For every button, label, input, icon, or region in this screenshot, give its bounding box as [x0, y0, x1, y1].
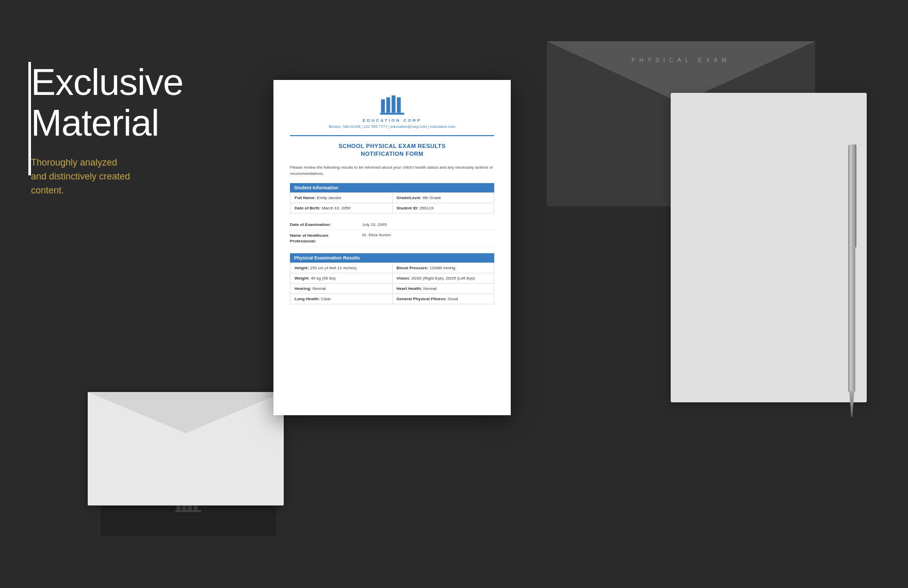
svg-rect-9: [380, 113, 404, 115]
company-name: EDUCATION CORP: [290, 118, 494, 123]
main-title: Exclusive Material: [31, 62, 227, 143]
physical-results-table: Height: 150 cm (4 feet 11 inches) Blood …: [290, 263, 494, 304]
left-panel: Exclusive Material Thoroughly analyzedan…: [31, 62, 227, 198]
table-row: Weight: 45 kg (99 lbs) Vision: 20/20 (Ri…: [290, 273, 494, 284]
exam-date-value: July 20, 2065: [362, 222, 387, 227]
exam-info: Date of Examination: July 20, 2065 Name …: [290, 220, 494, 247]
exam-date-label: Date of Examination:: [290, 222, 362, 227]
svg-rect-8: [397, 97, 400, 113]
pen-body: [848, 144, 855, 392]
table-row: Lung Health: Clear General Physical Fitn…: [290, 294, 494, 304]
student-section-header: Student Information: [290, 183, 494, 192]
table-row: Full Name: Emily Jacobs Grade/Level: 6th…: [290, 192, 494, 203]
svg-rect-7: [392, 95, 395, 113]
envelope-back-label: PHYSICAL EXAM: [547, 57, 815, 63]
header-divider: [290, 135, 494, 136]
pen-tip: [849, 391, 854, 417]
exam-date-row: Date of Examination: July 20, 2065: [290, 220, 494, 230]
table-row: Date of Birth: March 10, 2050 Student ID…: [290, 203, 494, 213]
healthcare-value: Dr. Eliza Norton: [362, 233, 391, 244]
table-row: Hearing: Normal Heart Health: Normal: [290, 284, 494, 294]
table-row: Height: 150 cm (4 feet 11 inches) Blood …: [290, 263, 494, 273]
main-document: EDUCATION CORP Boston, MA 02108 | 222 55…: [273, 80, 511, 415]
subtitle-text: Thoroughly analyzedand distinctively cre…: [31, 156, 227, 198]
healthcare-label: Name of HealthcareProfessional:: [290, 233, 362, 244]
svg-rect-5: [381, 99, 385, 112]
svg-rect-4: [175, 510, 201, 512]
student-info-table: Full Name: Emily Jacobs Grade/Level: 6th…: [290, 192, 494, 214]
document-intro: Please review the following results to b…: [290, 165, 494, 177]
svg-rect-6: [386, 97, 390, 113]
company-logo: [379, 95, 405, 117]
envelope-white: PHYSICAL EXA: [88, 392, 284, 505]
document-header: EDUCATION CORP Boston, MA 02108 | 222 55…: [290, 95, 494, 129]
envelope-right: [671, 93, 867, 402]
healthcare-row: Name of HealthcareProfessional: Dr. Eliz…: [290, 230, 494, 247]
document-title: SCHOOL PHYSICAL EXAM RESULTS NOTIFICATIO…: [290, 142, 494, 158]
physical-section-header: Physical Examination Results: [290, 253, 494, 263]
company-address: Boston, MA 02108 | 222 555 7777 | educat…: [290, 124, 494, 129]
pen: [847, 144, 856, 428]
